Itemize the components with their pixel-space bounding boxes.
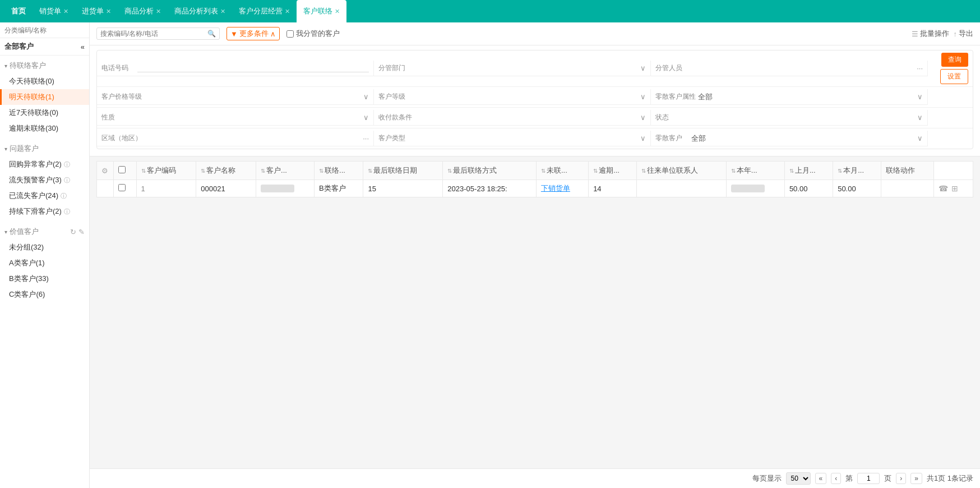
filter-row-1: 电话号码 分管部门 ∨ 分管人员 ··· xyxy=(97,50,973,87)
nav-close-customer-tier[interactable]: ✕ xyxy=(285,8,290,15)
filter-icon: ▼ xyxy=(230,30,238,38)
nav-home[interactable]: 首页 xyxy=(4,0,33,22)
sidebar-section-pending: 待联络客户 今天待联络(0) 明天待联络(1) 近7天待联络(0) 逾期未联络(… xyxy=(0,56,89,139)
nav-close-customer-contact[interactable]: ✕ xyxy=(335,8,340,15)
refresh-icon[interactable]: ↻ xyxy=(70,228,76,236)
filter-select-price-level[interactable]: ∨ xyxy=(144,93,369,101)
filter-row-3: 性质 ∨ 收付款条件 ∨ 状态 xyxy=(97,108,973,128)
nav-customer-contact[interactable]: 客户联络 ✕ xyxy=(297,0,346,22)
filter-cell-price-level: 客户价格等级 ∨ xyxy=(97,89,374,105)
th-type[interactable]: 客户... xyxy=(256,162,315,180)
filter-select-customer-type[interactable]: ∨ xyxy=(414,134,646,142)
filter-label-retail: 零散客户 xyxy=(655,133,689,143)
filter-dots-region[interactable]: ··· xyxy=(363,134,369,142)
contact-action-icon[interactable]: ☎ xyxy=(939,184,948,193)
nav-product-list[interactable]: 商品分析列表 ✕ xyxy=(168,0,232,22)
filter-cell-dept: 分管部门 ∨ xyxy=(374,61,651,76)
th-code[interactable]: 客户编码 xyxy=(136,162,196,180)
sidebar-item-c-class[interactable]: C类客户(6) xyxy=(0,287,89,302)
per-page-select[interactable]: 50 xyxy=(786,472,811,485)
filter-cell-nature: 性质 ∨ xyxy=(97,110,374,126)
filter-label-region: 区域（地区） xyxy=(101,133,142,143)
info-icon-1: ⓘ xyxy=(64,160,70,169)
page-input[interactable] xyxy=(857,473,880,484)
filter-actions: 查询 设置 xyxy=(928,53,973,84)
select-all-checkbox[interactable] xyxy=(118,166,126,173)
caret-status: ∨ xyxy=(917,113,923,122)
filter-row-2: 客户价格等级 ∨ 客户等级 ∨ 零散客户属性 xyxy=(97,87,973,108)
settings-icon[interactable]: ⚙ xyxy=(101,167,108,175)
search-icon[interactable]: 🔍 xyxy=(207,30,216,38)
th-last-month[interactable]: 上月... xyxy=(784,162,833,180)
nav-purchase[interactable]: 进货单 ✕ xyxy=(75,0,118,22)
sidebar-item-declining[interactable]: 持续下滑客户(2) ⓘ xyxy=(0,204,89,219)
nav-close-product-analysis[interactable]: ✕ xyxy=(156,8,161,15)
th-year-amount[interactable]: 本年... xyxy=(726,162,784,180)
nav-close-product-list[interactable]: ✕ xyxy=(220,8,225,15)
row-checkbox[interactable] xyxy=(118,184,126,191)
last-page-btn[interactable]: » xyxy=(910,473,922,484)
sidebar-item-7days[interactable]: 近7天待联络(0) xyxy=(0,105,89,121)
th-contact-count[interactable]: 联络... xyxy=(315,162,363,180)
nav-close-sales[interactable]: ✕ xyxy=(63,8,68,15)
nav-product-analysis[interactable]: 商品分析 ✕ xyxy=(118,0,168,22)
td-last-method: 下销货单 xyxy=(536,180,588,197)
search-input[interactable] xyxy=(100,30,207,38)
filter-select-nature[interactable]: ∨ xyxy=(137,113,369,122)
sidebar-section-pending-title[interactable]: 待联络客户 xyxy=(0,58,89,73)
th-last-date[interactable]: 最后联络日期 xyxy=(363,162,443,180)
my-customers-checkbox[interactable] xyxy=(286,30,294,38)
next-page-btn[interactable]: › xyxy=(896,473,906,484)
sidebar-item-churn-warning[interactable]: 流失预警客户(3) ⓘ xyxy=(0,172,89,188)
batch-icon: ☰ xyxy=(912,30,918,38)
nav-customer-tier[interactable]: 客户分层经营 ✕ xyxy=(232,0,297,22)
th-name[interactable]: 客户名称 xyxy=(196,162,256,180)
filter-select-dept[interactable]: ∨ xyxy=(414,64,646,72)
sidebar-search-input[interactable] xyxy=(4,26,89,34)
th-overdue[interactable]: 逾期... xyxy=(589,162,637,180)
sidebar-item-overdue[interactable]: 逾期未联络(30) xyxy=(0,121,89,136)
sidebar-item-churned[interactable]: 已流失客户(24) ⓘ xyxy=(0,188,89,204)
filter-select-retail-attr[interactable]: 全部 ∨ xyxy=(698,92,923,102)
filter-dots-manager[interactable]: ··· xyxy=(917,64,923,72)
sidebar-item-repurchase-abnormal[interactable]: 回购异常客户(2) ⓘ xyxy=(0,156,89,172)
export-btn[interactable]: ↑ 导出 xyxy=(954,29,974,39)
sidebar-item-today[interactable]: 今天待联络(0) xyxy=(0,73,89,89)
filter-select-retail[interactable]: 全部 ∨ xyxy=(691,133,923,144)
filter-label-price-level: 客户价格等级 xyxy=(101,92,142,102)
sidebar-section-problem-title[interactable]: 问题客户 xyxy=(0,141,89,156)
sidebar-section-value-title[interactable]: 价值客户 ↻ ✎ xyxy=(0,224,89,240)
edit-icon[interactable]: ✎ xyxy=(78,228,85,236)
filter-select-status[interactable]: ∨ xyxy=(691,113,923,122)
caret-payment: ∨ xyxy=(640,113,646,122)
filter-select-customer-level[interactable]: ∨ xyxy=(414,93,646,101)
td-row-num: 1 xyxy=(136,180,196,197)
my-customers-checkbox-label[interactable]: 我分管的客户 xyxy=(286,29,340,39)
td-contact-person xyxy=(726,180,784,197)
sidebar-collapse-icon[interactable]: « xyxy=(81,43,85,51)
filter-cell-region: 区域（地区） ··· xyxy=(97,131,374,146)
reset-btn[interactable]: 设置 xyxy=(940,69,968,84)
td-last-date: 2023-05-23 18:25: xyxy=(443,180,537,197)
sidebar-item-tomorrow[interactable]: 明天待联络(1) xyxy=(0,89,89,105)
sidebar-item-a-class[interactable]: A类客户(1) xyxy=(0,255,89,271)
th-contact-person[interactable]: 往来单位联系人 xyxy=(637,162,726,180)
more-action-icon[interactable]: ⊞ xyxy=(951,184,958,193)
first-page-btn[interactable]: « xyxy=(815,473,827,484)
sidebar-all-customers[interactable]: 全部客户 « xyxy=(0,38,89,56)
sidebar-item-b-class[interactable]: B类客户(33) xyxy=(0,271,89,287)
filter-panel: 电话号码 分管部门 ∨ 分管人员 ··· xyxy=(90,45,980,156)
nav-sales[interactable]: 销货单 ✕ xyxy=(33,0,75,22)
filter-cell-retail: 零散客户 全部 ∨ xyxy=(651,131,928,146)
th-this-month[interactable]: 本月... xyxy=(833,162,881,180)
filter-select-payment[interactable]: ∨ xyxy=(414,113,646,122)
more-filter-btn[interactable]: ▼ 更多条件 ∧ xyxy=(226,27,280,40)
th-uncontact[interactable]: 未联... xyxy=(536,162,588,180)
query-btn[interactable]: 查询 xyxy=(941,53,968,67)
nav-close-purchase[interactable]: ✕ xyxy=(106,8,111,15)
filter-input-phone[interactable] xyxy=(137,64,369,72)
sidebar-item-ungrouped[interactable]: 未分组(32) xyxy=(0,240,89,255)
prev-page-btn[interactable]: ‹ xyxy=(831,473,841,484)
batch-action-btn[interactable]: ☰ 批量操作 xyxy=(912,29,949,39)
th-last-method[interactable]: 最后联络方式 xyxy=(443,162,537,180)
